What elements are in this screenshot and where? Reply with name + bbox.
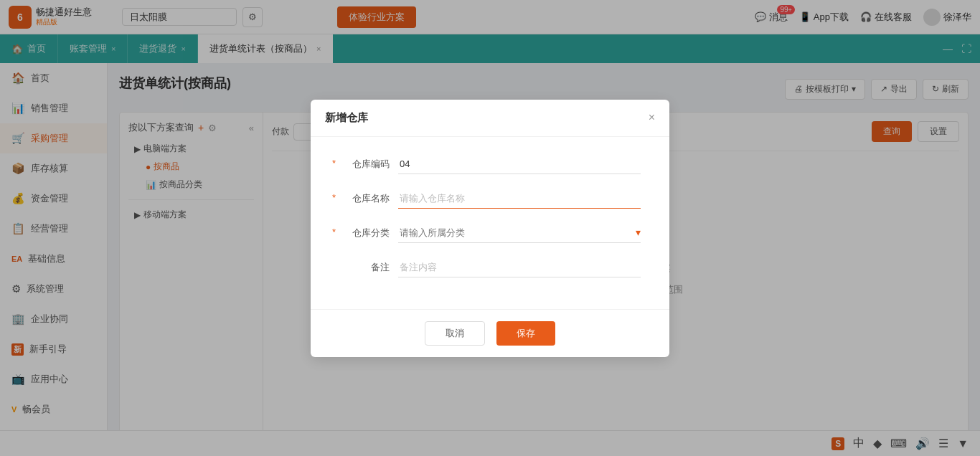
dialog-footer: 取消 保存: [311, 309, 669, 357]
cancel-button[interactable]: 取消: [425, 321, 485, 346]
category-select[interactable]: ▾: [398, 223, 641, 243]
category-input[interactable]: [398, 223, 636, 242]
dialog-title: 新增仓库: [325, 111, 368, 125]
code-label: 仓库编码: [339, 158, 390, 171]
dialog-header: 新增仓库 ×: [311, 100, 669, 137]
name-label: 仓库名称: [339, 192, 390, 205]
save-button[interactable]: 保存: [496, 321, 555, 346]
code-input[interactable]: [398, 154, 641, 174]
category-form-row: 仓库分类 ▾: [339, 223, 641, 243]
remark-input[interactable]: [398, 257, 641, 277]
dialog-overlay[interactable]: 新增仓库 × 仓库编码 仓库名称 仓库分类 ▾: [0, 0, 980, 456]
category-label: 仓库分类: [339, 227, 390, 239]
name-form-row: 仓库名称: [339, 189, 641, 209]
name-input[interactable]: [398, 189, 641, 209]
dialog-body: 仓库编码 仓库名称 仓库分类 ▾ 备注: [311, 137, 669, 309]
dialog-close-button[interactable]: ×: [649, 111, 655, 124]
remark-label: 备注: [339, 261, 390, 274]
code-form-row: 仓库编码: [339, 154, 641, 174]
new-warehouse-dialog: 新增仓库 × 仓库编码 仓库名称 仓库分类 ▾: [311, 100, 669, 357]
category-arrow-icon: ▾: [636, 227, 641, 238]
remark-form-row: 备注: [339, 257, 641, 277]
